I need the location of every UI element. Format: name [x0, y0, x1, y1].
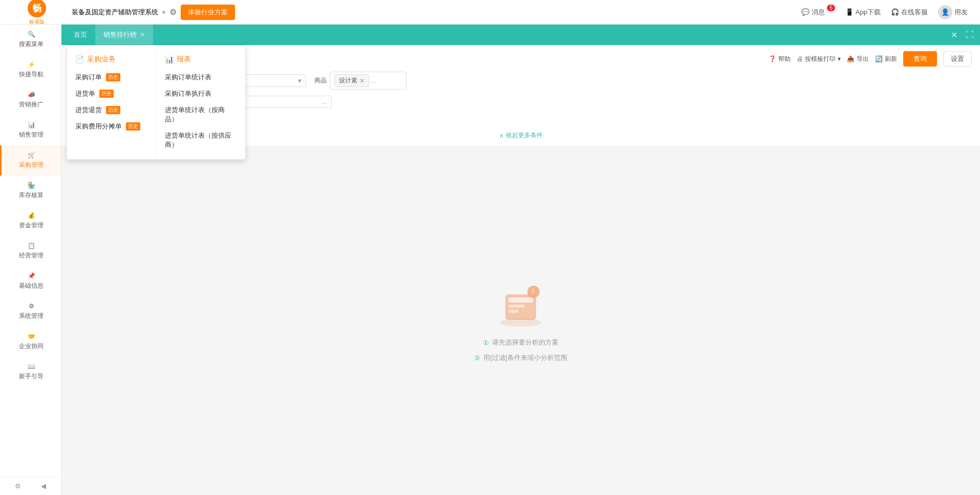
- sidebar-nav-label: 快捷导航: [19, 70, 44, 79]
- svg-rect-4: [508, 310, 519, 313]
- report-section: 📊 报表 采购订单统计表 采购订单执行表 进货单统计表（按商品） 进货单统计表（…: [156, 46, 246, 159]
- purchase-expense-item[interactable]: 采购费用分摊单 历史: [67, 118, 156, 135]
- tab-close-icon[interactable]: ✕: [140, 31, 145, 38]
- sidebar-item-operation[interactable]: 📋 经营管理: [0, 236, 61, 266]
- receipt-stats-goods-label: 进货单统计表（按商品）: [165, 105, 238, 124]
- purchase-receipt-label: 进货单: [75, 89, 95, 98]
- sidebar-collapse-icon[interactable]: ◀: [41, 482, 46, 490]
- print-dropdown-arrow[interactable]: ▾: [838, 55, 841, 62]
- purchase-return-history-badge: 历史: [106, 106, 120, 114]
- app-download-btn[interactable]: 📱 App下载: [845, 8, 881, 17]
- industry-btn[interactable]: 体验行业方案: [181, 5, 235, 20]
- sidebar-item-sales[interactable]: 📊 销售管理: [0, 115, 61, 145]
- purchase-order-label: 采购订单: [75, 73, 102, 82]
- tab-expand-icon[interactable]: ⛶: [964, 28, 976, 41]
- user-btn[interactable]: 👤 用友: [938, 5, 968, 19]
- empty-illustration: !: [490, 279, 551, 332]
- refresh-icon: 🔄: [875, 55, 883, 62]
- purchase-receipt-history-badge: 历史: [99, 90, 114, 98]
- system-title: 装备及固定资产辅助管理系统: [72, 8, 158, 17]
- sidebar-finance-label: 资金管理: [19, 221, 44, 230]
- goods-filter: 商品 设计素 ✕ ...: [314, 72, 407, 90]
- sidebar-warehouse-label: 库存核算: [19, 191, 44, 200]
- set-btn[interactable]: 设置: [943, 51, 972, 67]
- purchase-order-stats-item[interactable]: 采购订单统计表: [157, 69, 246, 85]
- tab-sales-ranking[interactable]: 销售排行榜 ✕: [95, 25, 153, 45]
- goods-input[interactable]: 设计素 ✕ ...: [330, 72, 407, 90]
- system-title-area: 装备及固定资产辅助管理系统 ⚙ 体验行业方案: [72, 5, 801, 20]
- user-avatar: 👤: [938, 5, 952, 19]
- receipt-stats-supplier-item[interactable]: 进货单统计表（按供应商）: [157, 127, 246, 153]
- report-section-icon: 📊: [165, 55, 174, 63]
- message-btn[interactable]: 💬 消息 5: [801, 8, 835, 17]
- collapse-btn[interactable]: ∧ 收起更多条件: [499, 131, 543, 140]
- svg-text:!: !: [532, 288, 534, 296]
- purchase-receipt-item[interactable]: 进货单 历史: [67, 85, 156, 102]
- tab-home-label: 首页: [74, 30, 87, 39]
- purchase-order-exec-item[interactable]: 采购订单执行表: [157, 85, 246, 102]
- header-right: 💬 消息 5 📱 App下载 🎧 在线客服 👤 用友: [801, 5, 968, 19]
- refresh-btn[interactable]: 🔄 刷新: [875, 55, 897, 63]
- doc-status-dropdown-arrow[interactable]: ▾: [298, 77, 302, 84]
- purchase-section-icon: 📄: [75, 55, 84, 63]
- tab-home[interactable]: 首页: [66, 25, 95, 45]
- purchase-icon: 🛒: [28, 152, 35, 159]
- salesperson-more[interactable]: ...: [322, 98, 327, 105]
- goods-tag-remove[interactable]: ✕: [359, 77, 365, 84]
- purchase-order-item[interactable]: 采购订单 历史: [67, 69, 156, 85]
- sidebar-item-nav[interactable]: ⚡ 快捷导航: [0, 55, 61, 85]
- logo-icon: 畅: [28, 0, 46, 17]
- purchase-dropdown-menu: 📄 采购业务 采购订单 历史 进货单 历史 进货退货 历史 采购费用分摊单 历史…: [67, 45, 246, 160]
- sidebar-item-search[interactable]: 🔍 搜索菜单: [0, 25, 61, 55]
- basic-icon: 📌: [28, 272, 35, 279]
- guide-icon: 📖: [28, 363, 35, 370]
- message-label: 消息: [812, 8, 825, 17]
- purchase-return-item[interactable]: 进货退货 历史: [67, 102, 156, 118]
- collapse-up-icon: ∧: [499, 132, 504, 139]
- online-service-label: 在线客服: [901, 8, 928, 17]
- tab-sales-ranking-label: 销售排行榜: [103, 30, 137, 39]
- purchase-section-title: 📄 采购业务: [67, 52, 156, 69]
- sidebar-item-promo[interactable]: 📣 营销推广: [0, 85, 61, 115]
- sidebar-item-guide[interactable]: 📖 新手引导: [0, 357, 61, 387]
- sidebar-system-label: 系统管理: [19, 312, 44, 320]
- goods-tag: 设计素 ✕: [334, 74, 369, 87]
- goods-more[interactable]: ...: [371, 77, 376, 84]
- refresh-label: 刷新: [885, 55, 897, 63]
- query-btn[interactable]: 查询: [903, 51, 937, 67]
- receipt-stats-supplier-label: 进货单统计表（按供应商）: [165, 131, 238, 149]
- empty-hint-1: ① 请先选择要分析的方案: [483, 338, 559, 347]
- empty-hint-2: ② 用[过滤]条件来缩小分析范围: [474, 353, 567, 362]
- sidebar-item-warehouse[interactable]: 🏪 库存核算: [0, 176, 61, 206]
- sidebar-item-system[interactable]: ⚙ 系统管理: [0, 296, 61, 327]
- system-gear-icon[interactable]: ⚙: [169, 7, 177, 17]
- receipt-stats-goods-item[interactable]: 进货单统计表（按商品）: [157, 102, 246, 127]
- finance-icon: 💰: [28, 212, 35, 219]
- help-label: 帮助: [778, 55, 791, 63]
- purchase-expense-label: 采购费用分摊单: [75, 122, 122, 131]
- tab-bar-right: ✕ ⛶: [949, 28, 976, 42]
- export-btn[interactable]: 📤 导出: [847, 55, 869, 63]
- help-btn[interactable]: ❓ 帮助: [769, 55, 791, 63]
- help-icon: ❓: [769, 55, 776, 62]
- sidebar-item-basic[interactable]: 📌 基础信息: [0, 266, 61, 296]
- sidebar-operation-label: 经营管理: [19, 251, 44, 260]
- online-service-btn[interactable]: 🎧 在线客服: [891, 8, 928, 17]
- purchase-return-label: 进货退货: [75, 105, 102, 115]
- tab-close-all-icon[interactable]: ✕: [949, 28, 960, 42]
- sidebar: 🔍 搜索菜单 ⚡ 快捷导航 📣 营销推广 📊 销售管理 🛒 采购管理 🏪 库存核…: [0, 25, 61, 495]
- system-dropdown-arrow[interactable]: [162, 9, 165, 16]
- sidebar-item-finance[interactable]: 💰 资金管理: [0, 206, 61, 236]
- top-header: 畅 标准版 装备及固定资产辅助管理系统 ⚙ 体验行业方案 💬 消息 5 📱 Ap…: [0, 0, 980, 25]
- empty-state: ! ① 请先选择要分析的方案 ② 用[过滤]条件来缩小分析范围: [61, 146, 980, 495]
- sidebar-settings-icon[interactable]: ⚙: [15, 482, 21, 490]
- nav-icon: ⚡: [28, 61, 35, 68]
- sidebar-enterprise-label: 企业协同: [19, 342, 44, 351]
- svg-rect-2: [508, 297, 533, 303]
- sidebar-item-enterprise[interactable]: 🤝 企业协同: [0, 327, 61, 357]
- sidebar-bottom: ⚙ ◀: [0, 477, 61, 495]
- sales-icon: 📊: [28, 121, 35, 128]
- print-btn[interactable]: 🖨 按模板打印 ▾: [797, 55, 841, 63]
- sidebar-item-purchase[interactable]: 🛒 采购管理: [0, 145, 61, 176]
- purchase-expense-history-badge: 历史: [126, 122, 140, 131]
